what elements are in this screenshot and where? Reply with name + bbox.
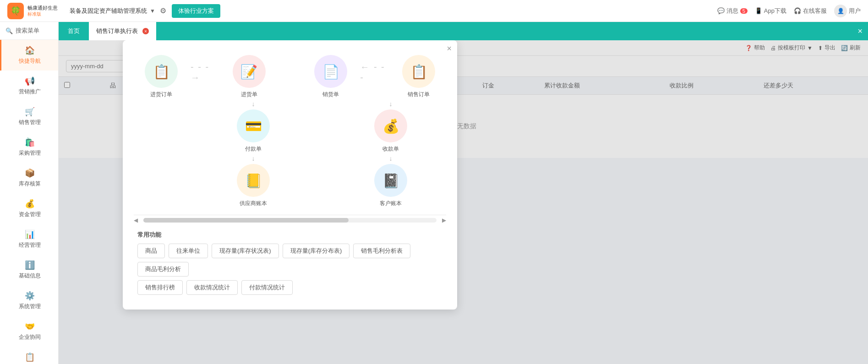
gear-icon[interactable]: ⚙ (158, 5, 168, 17)
logo-icon: 🍀 (7, 3, 24, 19)
scroll-right-btn[interactable]: ▶ (442, 217, 446, 223)
avatar: 👤 (834, 5, 847, 17)
purchase-bill-node: 📝 进货单 (233, 55, 266, 98)
page-content: ❓ 帮助 🖨 按模板打印 ▼ ⬆ 导出 🔄 刷新 (59, 40, 868, 364)
purchase-bill-icon: 📝 (233, 55, 266, 88)
customer-ledger-node: 📓 客户账本 (374, 164, 407, 207)
sidebar-item-newbie[interactable]: 📋 新手引导 (0, 347, 58, 364)
service-icon: 🎧 (794, 7, 801, 14)
popup-dialog: × 📋 进货订单 (123, 40, 457, 310)
arrow-v1: ↓ (252, 98, 255, 109)
content-area: 首页 销售订单执行表 × × ❓ 帮助 🖨 (59, 22, 868, 364)
payment-out-node: 💳 付款单 (237, 109, 270, 153)
func-btn-product[interactable]: 商品 (137, 244, 165, 258)
sidebar-item-quick-nav[interactable]: 🏠 快捷导航 (0, 40, 58, 71)
inventory-icon: 📦 (25, 168, 35, 178)
sidebar-item-basic[interactable]: ℹ️ 基础信息 (0, 255, 58, 285)
func-btn-receipt-stat[interactable]: 收款情况统计 (186, 280, 238, 295)
finance-icon: 💰 (25, 199, 35, 209)
arrow-v3: ↓ (389, 98, 393, 109)
sale-bill-node: 📄 销货单 (314, 55, 347, 98)
scroll-track[interactable] (143, 218, 437, 223)
online-service-btn[interactable]: 🎧 在线客服 (794, 7, 827, 15)
system-name: 装备及固定资产辅助管理系统 ▼ ⚙ (70, 5, 168, 17)
sidebar-item-system[interactable]: ⚙️ 系统管理 (0, 285, 58, 316)
purchase-order-node: 📋 进货订单 (145, 55, 178, 98)
supplier-ledger-node: 📒 供应商账本 (237, 164, 270, 207)
func-btn-sales-rank[interactable]: 销售排行榜 (137, 280, 183, 295)
scroll-area: ◀ ▶ (134, 215, 446, 225)
basic-icon: ℹ️ (25, 260, 35, 270)
arrow-h1: - - - → (189, 62, 222, 83)
search-menu-btn[interactable]: 🔍 搜索菜单 (0, 22, 58, 40)
payment-in-icon: 💰 (374, 109, 407, 142)
marketing-icon: 📢 (25, 76, 35, 86)
func-btn-stock-status[interactable]: 现存量(库存状况表) (212, 244, 279, 258)
message-badge: 5 (740, 8, 748, 14)
sidebar-item-inventory[interactable]: 📦 库存核算 (0, 163, 58, 193)
sidebar-item-finance[interactable]: 💰 资金管理 (0, 193, 58, 224)
search-icon: 🔍 (5, 27, 13, 34)
download-icon: 📱 (755, 7, 762, 14)
common-functions-section: 常用功能 商品 往来单位 现存量(库存状况表) 现存量(库存分布表) 销售毛利分… (134, 225, 446, 299)
sidebar: 🔍 搜索菜单 🏠 快捷导航 📢 营销推广 🛒 销售管理 🛍️ 采购管理 📦 (0, 22, 59, 364)
func-btn-partner[interactable]: 往来单位 (169, 244, 208, 258)
func-btn-sales-gross[interactable]: 销售毛利分析表 (353, 244, 410, 258)
sale-order-icon: 📋 (402, 55, 435, 88)
tab-close-btn[interactable]: × (142, 28, 149, 34)
message-btn[interactable]: 💬 消息 5 (717, 7, 748, 15)
brand-text: 畅康通好生意 标准版 (27, 5, 58, 17)
payment-out-icon: 💳 (237, 109, 270, 142)
arrow-h2: ← - - - (358, 62, 391, 83)
payment-in-node: 💰 收款单 (374, 109, 407, 153)
sale-bill-icon: 📄 (314, 55, 347, 88)
popup-overlay: × 📋 进货订单 (59, 40, 868, 364)
func-buttons-row2: 销售排行榜 收款情况统计 付款情况统计 (137, 280, 442, 295)
purchase-icon: 🛍️ (25, 137, 35, 147)
tab-sales-order[interactable]: 销售订单执行表 × (89, 22, 156, 40)
close-all-tabs-btn[interactable]: × (852, 27, 868, 36)
popup-close-btn[interactable]: × (447, 44, 452, 54)
arrow-v2: ↓ (252, 153, 255, 164)
sales-icon: 🛒 (25, 107, 35, 117)
top-right-area: 💬 消息 5 📱 App下载 🎧 在线客服 👤 用户 (717, 5, 861, 17)
arrow-v4: ↓ (389, 153, 393, 164)
sidebar-item-enterprise[interactable]: 🤝 企业协同 (0, 316, 58, 347)
sidebar-item-purchase[interactable]: 🛍️ 采购管理 (0, 132, 58, 163)
tab-home[interactable]: 首页 (59, 22, 89, 40)
tab-bar: 首页 销售订单执行表 × × (59, 22, 868, 40)
home-icon: 🏠 (25, 45, 35, 55)
enterprise-icon: 🤝 (25, 321, 35, 331)
supplier-ledger-icon: 📒 (237, 164, 270, 197)
sale-order-node: 📋 销售订单 (402, 55, 435, 98)
trial-button[interactable]: 体验行业方案 (172, 4, 220, 18)
newbie-icon: 📋 (25, 352, 35, 362)
system-icon: ⚙️ (25, 291, 35, 301)
common-functions-title: 常用功能 (137, 231, 442, 239)
message-icon: 💬 (717, 7, 725, 14)
customer-ledger-icon: 📓 (374, 164, 407, 197)
func-btn-product-gross[interactable]: 商品毛利分析 (137, 262, 189, 277)
func-btn-payment-stat[interactable]: 付款情况统计 (241, 280, 293, 295)
app-download-btn[interactable]: 📱 App下载 (755, 7, 786, 15)
system-dropdown-btn[interactable]: ▼ (150, 8, 155, 14)
purchase-order-icon: 📋 (145, 55, 178, 88)
sidebar-item-sales[interactable]: 🛒 销售管理 (0, 101, 58, 132)
operation-icon: 📊 (25, 229, 35, 239)
scroll-left-btn[interactable]: ◀ (134, 217, 138, 223)
func-buttons-row1: 商品 往来单位 现存量(库存状况表) 现存量(库存分布表) 销售毛利分析表 商品… (137, 244, 442, 277)
scroll-thumb[interactable] (143, 218, 349, 223)
sidebar-item-marketing[interactable]: 📢 营销推广 (0, 71, 58, 101)
sidebar-item-operation[interactable]: 📊 经营管理 (0, 224, 58, 255)
func-btn-stock-dist[interactable]: 现存量(库存分布表) (283, 244, 350, 258)
logo-area: 🍀 畅康通好生意 标准版 (7, 3, 66, 19)
user-menu-btn[interactable]: 👤 用户 (834, 5, 861, 17)
